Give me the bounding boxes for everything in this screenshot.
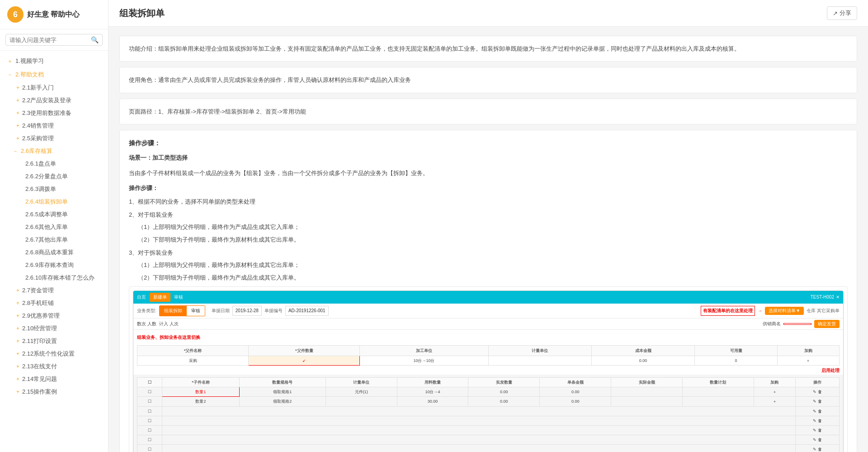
cell-unit — [326, 397, 397, 406]
sidebar: 6 好生意 帮助中心 🔍 ＋ 1.视频学习 － 2.帮助文档 2.1新手入门 2… — [0, 0, 108, 452]
table-row: ☐ 数量1 领取规格1 元件(1) 10台→4 0.00 0.00 ＋ — [137, 387, 840, 397]
mockup-new-btn[interactable]: 新建单 — [150, 293, 170, 302]
sidebar-item-costrecalc[interactable]: 2.6.8商品成本重算 — [22, 246, 108, 259]
sidebar-item-stockledger[interactable]: 2.6.9库存账本查询 — [22, 259, 108, 271]
sidebar-item-onlinepay[interactable]: 2.13在线支付 — [13, 360, 108, 373]
sidebar-item-costadjust[interactable]: 2.6.5成本调整单 — [22, 208, 108, 221]
sidebar-item-purchase[interactable]: 2.5采购管理 — [13, 132, 108, 145]
search-input[interactable] — [9, 37, 91, 43]
cell-check[interactable]: ☐ — [137, 435, 162, 445]
cell-check[interactable]: ☐ — [137, 425, 162, 435]
cell-empty — [162, 435, 795, 445]
screenshot-mockup: 自页 新建单 审核 TEST-H002 ✕ 业务类型: 组装拆卸 — [133, 290, 844, 452]
scene1-title: 场景一：加工类型选择 — [129, 154, 188, 161]
step-2-subs: （1）上部明细为父件明细，最终作为产成品生成其它入库单； （2）下部明细为子件明… — [129, 222, 848, 245]
cell-ops[interactable]: ✎ 🗑 — [795, 425, 839, 435]
cell-ops[interactable]: ✎ 🗑 — [795, 387, 839, 397]
sidebar-item-transfer[interactable]: 2.6.3调拨单 — [22, 183, 108, 195]
type-btn-audit[interactable]: 审核 — [187, 306, 205, 316]
search-icon[interactable]: 🔍 — [91, 36, 99, 43]
cell-add[interactable]: ＋ — [777, 356, 839, 365]
mockup-sub-toolbar: 数次 人数 计入 人次 供销商名 确定发货 — [133, 319, 843, 330]
sidebar-item-video[interactable]: ＋ 1.视频学习 — [0, 54, 108, 68]
intro-text-2: 使用角色：通常由生产人员或库管人员完成拆装业务的操作，库管人员确认原材料的出库和… — [129, 76, 411, 83]
sidebar-item-helpdoc[interactable]: － 2.帮助文档 — [0, 68, 108, 81]
bcol-qty: 用料数量 — [397, 378, 468, 387]
cell-cost: 0.00 — [591, 356, 694, 365]
cell-ops[interactable]: ✎ 🗑 — [795, 445, 839, 452]
share-button[interactable]: ↗ 分享 — [827, 6, 857, 20]
search-wrapper[interactable]: 🔍 — [5, 34, 103, 46]
cell-add[interactable]: ＋ — [754, 397, 795, 406]
sidebar-item-dataprep[interactable]: 2.3使用前数据准备 — [13, 107, 108, 119]
intro-card-1: 功能介绍：组装拆卸单用来处理企业组装或拆卸等加工业务，支持有固定装配清单的产品加… — [119, 36, 857, 62]
mockup-annotations: 组装业务、拆卸业务在这里切换 — [133, 330, 843, 342]
sidebar-item-stockerror[interactable]: 2.6.10库存账本错了怎么办 — [22, 271, 108, 284]
cell-ops[interactable]: ✎ 🗑 — [795, 406, 839, 416]
type-selector[interactable]: 组装拆卸 审核 — [159, 305, 205, 316]
sidebar-item-otheroutstock[interactable]: 2.6.7其他出库单 — [22, 233, 108, 246]
sidebar-item-mobile[interactable]: 2.8手机旺铺 — [13, 297, 108, 309]
logo-area: 6 好生意 帮助中心 — [0, 0, 108, 29]
sidebar-item-coupon[interactable]: 2.9优惠券管理 — [13, 309, 108, 322]
cell-actual: 0.00 — [468, 397, 540, 406]
sidebar-item-label: 2.6库存核算 — [21, 147, 52, 155]
sidebar-item-print[interactable]: 2.11打印设置 — [13, 335, 108, 347]
mockup-bottom-table-area: ☐ *子件名称 数量规格号 计量单位 用料数量 实发数量 单条金额 实际金额 数… — [133, 375, 843, 452]
sidebar-item-business[interactable]: 2.10经营管理 — [13, 322, 108, 335]
sidebar-item-customize[interactable]: 2.12系统个性化设置 — [13, 347, 108, 360]
sidebar-item-sales[interactable]: 2.4销售管理 — [13, 119, 108, 132]
cell-measure — [488, 356, 591, 365]
sidebar-item-install[interactable]: 2.2产品安装及登录 — [13, 94, 108, 107]
cell-check[interactable]: ☐ — [137, 387, 162, 397]
steps-card: 操作步骤： 场景一：加工类型选择 当由多个子件材料组装成一个成品的业务为【组装】… — [119, 130, 857, 452]
cell-check[interactable]: ☐ — [137, 445, 162, 452]
mockup-audit-btn[interactable]: 审核 — [174, 293, 183, 301]
cell-ops[interactable]: ✎ 🗑 — [795, 397, 839, 406]
sidebar-item-assembly[interactable]: 2.6.4组装拆卸单 — [22, 195, 108, 208]
cell-num-highlight[interactable]: ↙ — [249, 356, 360, 365]
bcol-unit: 计量单位 — [326, 378, 397, 387]
bcol-spec: 数量规格号 — [239, 378, 326, 387]
sidebar-item-stockcount[interactable]: 2.6.1盘点单 — [22, 157, 108, 170]
mockup-title-id: TEST-H002 — [811, 293, 834, 301]
sidebar-item-otherinstock[interactable]: 2.6.6其他入库单 — [22, 221, 108, 233]
logo-icon: 6 — [7, 6, 24, 23]
bcol-plan: 数量计划 — [682, 378, 754, 387]
cell-check[interactable]: ☐ — [137, 397, 162, 406]
cell-name: 数量1 — [162, 387, 240, 397]
mockup-select-btn[interactable]: 选择对料清单▼ — [765, 307, 804, 315]
table-row: 采购 ↙ 10台→10台 0.00 0 ＋ — [137, 356, 840, 365]
step-2: 2、对于组装业务 （1）上部明细为父件明细，最终作为产成品生成其它入库单； （2… — [129, 209, 848, 245]
col-unit: 加工单位 — [360, 345, 488, 356]
bcol-actual: 实发数量 — [468, 378, 540, 387]
cell-ops[interactable]: ✎ 🗑 — [795, 416, 839, 425]
sidebar-item-cases[interactable]: 2.15操作案例 — [13, 385, 108, 398]
cell-check[interactable]: ☐ — [137, 416, 162, 425]
type-btn-assembly[interactable]: 组装拆卸 — [160, 306, 187, 316]
mockup-number-value[interactable]: AD-20191226-001 — [285, 306, 329, 316]
scene1-desc: 当由多个子件材料组装成一个成品的业务为【组装】业务，当由一个父件拆分成多个子产品… — [129, 168, 848, 178]
sidebar-item-label: 1.视频学习 — [15, 57, 44, 65]
col-action: 加购 — [777, 345, 839, 356]
col-measure: 计量单位 — [488, 345, 591, 356]
minus-icon: － — [7, 71, 13, 79]
mockup-date-label: 单据日期 — [212, 307, 230, 315]
sidebar-item-capital[interactable]: 2.7资金管理 — [13, 284, 108, 297]
cell-unit: 10台→10台 — [360, 356, 488, 365]
mockup-num-label: 数次 人数 — [137, 320, 156, 328]
cell-check[interactable]: ☐ — [137, 406, 162, 416]
mockup-date-value[interactable]: 2019-12-28 — [232, 306, 262, 316]
sidebar-item-stockcount2[interactable]: 2.6.2分量盘点单 — [22, 170, 108, 183]
bcol-add: 加购 — [754, 378, 795, 387]
mockup-close-icon[interactable]: ✕ — [836, 293, 840, 301]
cell-ops[interactable]: ✎ 🗑 — [795, 435, 839, 445]
cell-add[interactable]: ＋ — [754, 387, 795, 397]
sidebar-item-inventory[interactable]: － 2.6库存核算 — [13, 145, 108, 157]
sidebar-item-newuser[interactable]: 2.1新手入门 — [13, 81, 108, 94]
sidebar-item-faq[interactable]: 2.14常见问题 — [13, 373, 108, 385]
mockup-supplier-input[interactable] — [783, 323, 811, 325]
cell-empty — [162, 425, 795, 435]
mockup-home-btn[interactable]: 自页 — [137, 293, 146, 301]
mockup-confirm-btn[interactable]: 确定发货 — [814, 320, 840, 328]
